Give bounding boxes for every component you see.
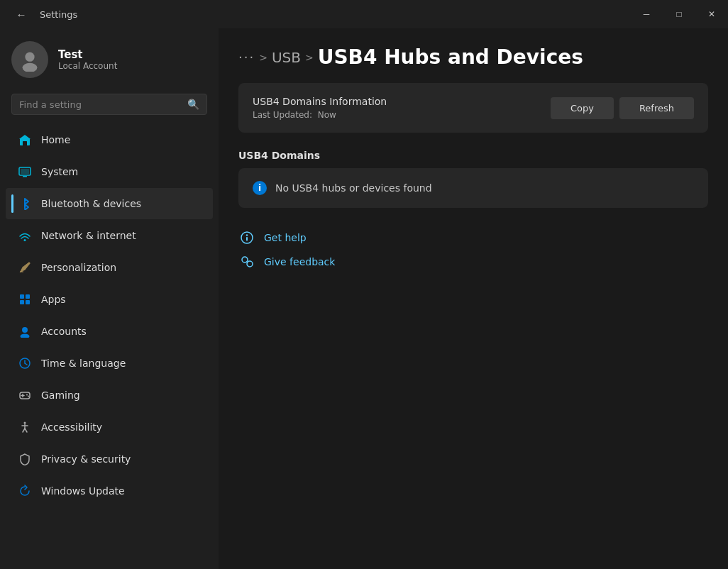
search-box: 🔍 [11,94,207,115]
svg-marker-3 [19,135,31,139]
sidebar: Test Local Account 🔍 [0,28,219,569]
search-input[interactable] [19,99,182,110]
last-updated-value: Now [318,110,336,120]
usb4-section-title: USB4 Domains [219,144,728,168]
breadcrumb-sep-1: > [259,52,268,63]
help-links: Get help Give feedback [219,222,728,277]
usb4-domains-card: i No USB4 hubs or devices found [238,168,708,208]
search-container: 🔍 [0,91,219,123]
update-icon [17,483,33,499]
minimize-button[interactable]: ─ [630,0,663,28]
sidebar-item-bluetooth-label: Bluetooth & devices [41,198,141,209]
user-type: Local Account [58,61,117,71]
sidebar-item-bluetooth[interactable]: Bluetooth & devices [6,188,213,219]
sidebar-item-time-label: Time & language [41,358,126,369]
gaming-icon [17,387,33,403]
svg-line-25 [23,429,25,432]
user-info: Test Local Account [58,48,117,71]
titlebar: ← Settings ─ □ ✕ [0,0,728,28]
svg-rect-12 [20,300,24,304]
get-help-text: Get help [264,232,307,243]
info-card-title: USB4 Domains Information [253,96,387,107]
system-icon [17,164,33,179]
titlebar-title: Settings [40,9,77,20]
sidebar-item-system[interactable]: System [6,156,213,187]
back-button[interactable]: ← [9,1,34,27]
time-icon [17,355,33,371]
last-updated-label: Last Updated: [253,110,312,120]
info-card-buttons: Copy Refresh [551,97,694,119]
page-title: USB4 Hubs and Devices [318,45,583,69]
breadcrumb-dots[interactable]: ··· [238,50,255,65]
sidebar-item-time[interactable]: Time & language [6,348,213,379]
svg-point-8 [24,239,26,241]
usb4-empty-message: No USB4 hubs or devices found [275,182,432,194]
get-help-icon [238,229,255,246]
svg-point-0 [25,53,34,62]
sidebar-item-gaming-label: Gaming [41,390,80,401]
sidebar-item-accounts[interactable]: Accounts [6,316,213,347]
user-name: Test [58,48,117,61]
svg-rect-10 [20,294,24,299]
home-icon [17,132,33,148]
breadcrumb: ··· > USB > USB4 Hubs and Devices [219,28,728,77]
sidebar-item-apps[interactable]: Apps [6,284,213,315]
svg-point-28 [246,234,248,236]
accounts-icon [17,324,33,339]
get-help-link[interactable]: Get help [238,229,708,246]
svg-point-21 [28,396,29,397]
user-profile[interactable]: Test Local Account [0,28,219,91]
copy-button[interactable]: Copy [551,97,614,119]
sidebar-item-home-label: Home [41,134,70,145]
svg-point-20 [26,394,28,396]
personalization-icon [17,260,33,275]
avatar [11,41,48,78]
titlebar-controls: ─ □ ✕ [630,0,728,28]
sidebar-item-personalization-label: Personalization [41,262,116,273]
info-icon: i [253,181,267,195]
svg-rect-11 [26,294,30,299]
svg-point-15 [21,334,30,338]
svg-point-22 [24,422,26,424]
svg-rect-6 [23,176,27,177]
network-icon [17,228,33,243]
content-area: ··· > USB > USB4 Hubs and Devices USB4 D… [219,28,728,569]
nav-section: Home System [0,123,219,569]
svg-rect-9 [20,271,23,272]
search-icon: 🔍 [187,99,199,110]
give-feedback-text: Give feedback [264,256,335,267]
sidebar-item-personalization[interactable]: Personalization [6,252,213,283]
svg-rect-4 [23,141,27,145]
svg-rect-13 [26,300,30,304]
close-button[interactable]: ✕ [695,0,728,28]
svg-line-26 [25,429,27,432]
titlebar-left: ← Settings [9,1,77,27]
info-card-left: USB4 Domains Information Last Updated: N… [253,96,387,120]
sidebar-item-accessibility-label: Accessibility [41,421,102,433]
sidebar-item-apps-label: Apps [41,294,66,305]
sidebar-item-privacy-label: Privacy & security [41,453,131,465]
privacy-icon [17,451,33,467]
sidebar-item-network[interactable]: Network & internet [6,220,213,251]
svg-rect-29 [246,237,248,241]
sidebar-item-accounts-label: Accounts [41,326,87,337]
bluetooth-icon [17,196,33,211]
sidebar-item-home[interactable]: Home [6,124,213,155]
refresh-button[interactable]: Refresh [619,97,694,119]
accessibility-icon [17,419,33,435]
sidebar-item-gaming[interactable]: Gaming [6,380,213,411]
sidebar-item-privacy[interactable]: Privacy & security [6,443,213,475]
svg-point-1 [23,63,38,72]
sidebar-item-network-label: Network & internet [41,230,136,241]
breadcrumb-usb-link[interactable]: USB [272,49,301,66]
info-card: USB4 Domains Information Last Updated: N… [238,83,708,133]
maximize-button[interactable]: □ [663,0,695,28]
app-container: Test Local Account 🔍 [0,28,728,569]
svg-point-14 [22,327,28,333]
sidebar-item-system-label: System [41,166,78,177]
sidebar-item-update[interactable]: Windows Update [6,475,213,507]
give-feedback-icon [238,253,255,270]
breadcrumb-sep-2: > [305,52,314,63]
give-feedback-link[interactable]: Give feedback [238,253,708,270]
sidebar-item-accessibility[interactable]: Accessibility [6,411,213,443]
